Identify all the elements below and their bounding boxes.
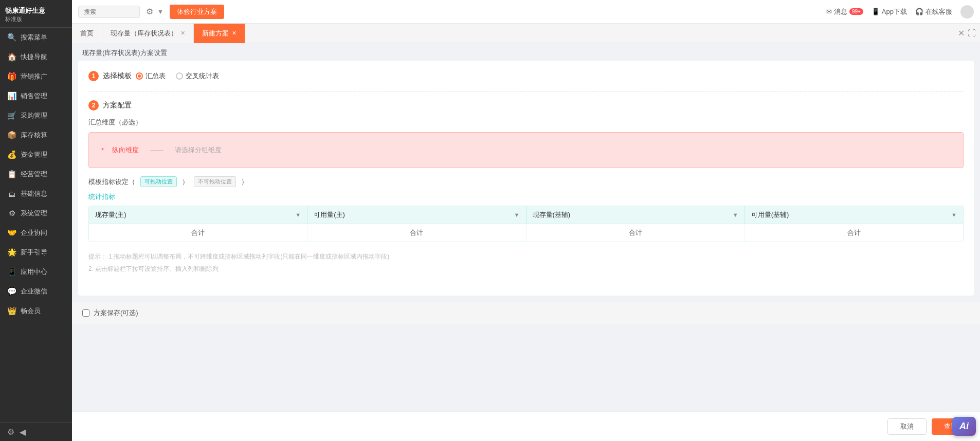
headset-icon: 🎧 [915,8,923,15]
settings-panel: 1 选择模板 汇总表 交叉统计表 [78,61,974,296]
app-download-button[interactable]: 📱 App下载 [872,7,907,16]
marketing-icon: 🎁 [7,72,16,81]
sidebar-item-purchase[interactable]: 🛒 采购管理 [0,106,72,125]
col-3-label: 现存量(基辅) [533,210,571,219]
topbar: ⚙ ▼ 体验行业方案 ✉ 消息 99+ 📱 App下载 🎧 在线客服 [72,0,980,24]
dimension-field-label: 纵向维度 [112,145,139,155]
sidebar-item-label: 系统管理 [21,209,47,218]
sidebar-item-label: 资金管理 [21,150,47,159]
user-avatar-button[interactable] [960,5,974,19]
sidebar-item-label: 库存核算 [21,131,47,140]
metrics-header-suffix: ） [182,177,189,187]
inventory-icon: 📦 [7,131,16,140]
service-label: 在线客服 [925,7,952,16]
sidebar-item-sales[interactable]: 📊 销售管理 [0,86,72,106]
sidebar-item-inventory[interactable]: 📦 库存核算 [0,125,72,145]
tab-inventory-status[interactable]: 现存量（库存状况表） ✕ [102,24,194,43]
sidebar: 畅康通好生意 标准版 🔍 搜索菜单 🏠 快捷导航 🎁 营销推广 📊 销售管理 🛒… [0,0,72,441]
online-service-button[interactable]: 🎧 在线客服 [915,7,952,16]
step1-title: 选择模板 [103,71,132,81]
message-button[interactable]: ✉ 消息 99+ [826,7,863,16]
topbar-right: ✉ 消息 99+ 📱 App下载 🎧 在线客服 [826,5,974,19]
sidebar-item-label: 应用中心 [21,267,47,277]
cell-4: 合计 [745,224,963,242]
col-1-arrow[interactable]: ▼ [295,212,301,218]
trial-button[interactable]: 体验行业方案 [170,5,224,19]
tab-new-close[interactable]: ✕ [232,30,237,36]
message-label: 消息 [834,7,847,16]
sidebar-item-quick-nav[interactable]: 🏠 快捷导航 [0,47,72,67]
tab-home[interactable]: 首页 [72,24,102,43]
dimension-label-text: 汇总维度（必选） [88,118,142,126]
step2-section: 2 方案配置 汇总维度（必选） * 纵向维度 —— 请选择分组维度 模板指标设定… [88,100,964,275]
sidebar-item-cooperation[interactable]: 🤝 企业协同 [0,223,72,243]
app-center-icon: 📱 [7,267,16,277]
table-col-4[interactable]: 可用量(基辅) ▼ [745,206,963,224]
content-area: 现存量(库存状况表)方案设置 1 选择模板 汇总表 交叉统计表 [72,43,980,412]
col-2-arrow[interactable]: ▼ [514,212,520,218]
sidebar-item-operations[interactable]: 📋 经营管理 [0,164,72,184]
col-3-arrow[interactable]: ▼ [733,212,738,218]
sidebar-item-finance[interactable]: 💰 资金管理 [0,145,72,164]
purchase-icon: 🛒 [7,111,16,120]
sidebar-logo: 畅康通好生意 标准版 [0,0,72,28]
avatar [960,5,974,19]
close-panel-icon[interactable]: ✕ [958,28,965,38]
expand-icon[interactable]: ⛶ [968,29,976,38]
cancel-button[interactable]: 取消 [887,418,927,435]
wechat-icon: 💬 [7,287,16,296]
sidebar-item-system[interactable]: ⚙ 系统管理 [0,204,72,223]
table-header-row: 现存量(主) ▼ 可用量(主) ▼ 现存量(基辅) ▼ 可用量(基辅) [89,206,963,224]
table-col-2[interactable]: 可用量(主) ▼ [307,206,526,224]
sidebar-item-search-menu[interactable]: 🔍 搜索菜单 [0,28,72,47]
table-col-1[interactable]: 现存量(主) ▼ [89,206,307,224]
metrics-header-close-paren: ） [241,177,248,187]
sidebar-item-app-center[interactable]: 📱 应用中心 [0,262,72,282]
gear-icon[interactable]: ⚙ [146,7,153,16]
finance-icon: 💰 [7,150,16,159]
col-4-label: 可用量(基辅) [751,210,789,219]
radio-cross-circle [176,72,183,80]
sidebar-item-label: 畅会员 [21,306,41,316]
tab-new-plan[interactable]: 新建方案 ✕ [194,24,245,43]
sidebar-item-label: 销售管理 [21,91,47,101]
dimension-required-mark: * [101,146,104,154]
save-checkbox[interactable] [82,309,89,317]
metrics-settings-header: 模板指标设定（ 可拖动位置 ） 不可拖动位置 ） [88,176,964,187]
step2-header: 2 方案配置 [88,100,964,111]
quick-nav-icon: 🏠 [7,52,16,62]
collapse-icon[interactable]: ◀ [20,427,26,437]
member-icon: 👑 [7,306,16,316]
settings-icon[interactable]: ⚙ [7,427,14,437]
step1-number: 1 [88,71,99,81]
cell-3: 合计 [527,224,745,242]
sidebar-item-basic-info[interactable]: 🗂 基础信息 [0,184,72,204]
table-col-3[interactable]: 现存量(基辅) ▼ [527,206,745,224]
app-title: 畅康通好生意 [5,6,67,15]
app-subtitle: 标准版 [5,15,67,23]
draggable-tag: 可拖动位置 [140,176,177,187]
radio-cross[interactable]: 交叉统计表 [176,71,219,81]
step2-number: 2 [88,100,99,111]
col-4-arrow[interactable]: ▼ [951,212,957,218]
sidebar-item-guide[interactable]: 🌟 新手引导 [0,243,72,262]
non-draggable-tag: 不可拖动位置 [194,176,236,187]
tip-2: 2. 点击标题栏下拉可设置排序、插入列和删除列 [88,263,964,275]
sidebar-item-member[interactable]: 👑 畅会员 [0,301,72,321]
sidebar-item-wechat[interactable]: 💬 企业微信 [0,282,72,301]
guide-icon: 🌟 [7,248,16,257]
search-input[interactable] [78,6,140,18]
topbar-chevron[interactable]: ▼ [157,8,164,15]
sidebar-item-label: 基础信息 [21,189,47,198]
metrics-header-label: 模板指标设定（ [88,177,135,187]
sidebar-item-marketing[interactable]: 🎁 营销推广 [0,67,72,86]
ai-badge[interactable]: Ai [952,417,976,436]
basic-info-icon: 🗂 [7,189,16,198]
sidebar-item-label: 企业微信 [21,287,47,296]
sidebar-item-label: 企业协同 [21,228,47,237]
dimension-box[interactable]: * 纵向维度 —— 请选择分组维度 [88,132,964,168]
tab-inventory-close[interactable]: ✕ [180,30,185,36]
sidebar-nav: 🔍 搜索菜单 🏠 快捷导航 🎁 营销推广 📊 销售管理 🛒 采购管理 📦 库存核… [0,28,72,422]
step1-section: 1 选择模板 汇总表 交叉统计表 [88,71,964,81]
radio-summary[interactable]: 汇总表 [136,71,166,81]
